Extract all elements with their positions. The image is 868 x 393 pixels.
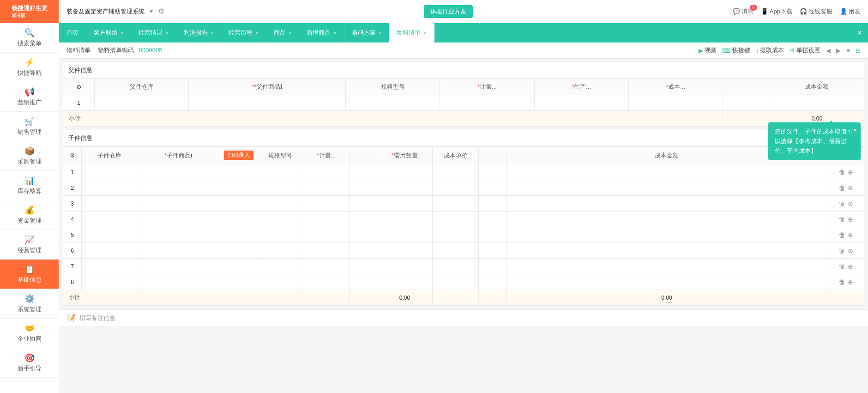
child-row-5-product[interactable] <box>137 227 220 243</box>
nav-right-icon[interactable]: ▶ <box>836 47 841 54</box>
tab-history-close-icon[interactable]: × <box>255 30 258 36</box>
tab-operations-close-icon[interactable]: × <box>165 30 168 36</box>
tab-bom[interactable]: 物料清单 × <box>389 23 434 42</box>
sidebar-item-marketing[interactable]: 📢 营销推广 <box>0 82 59 112</box>
experience-button[interactable]: 体验行业方案 <box>424 5 473 18</box>
copy-icon[interactable]: ⊕ <box>848 184 853 192</box>
sidebar-item-finance[interactable]: 💰 资金管理 <box>0 200 59 230</box>
video-action[interactable]: ▶ 视频 <box>699 46 717 54</box>
delete-icon[interactable]: 🗑 <box>838 231 845 239</box>
child-row-3-unit-cost[interactable] <box>433 196 479 212</box>
tab-customer[interactable]: 客户联络 × <box>86 23 131 42</box>
child-row-5-warehouse[interactable] <box>82 227 137 243</box>
delete-icon[interactable]: 🗑 <box>838 263 845 270</box>
parent-row-1-production[interactable] <box>534 95 628 111</box>
child-row-4-unit[interactable] <box>303 212 350 227</box>
message-button[interactable]: 💬 消息 6 <box>733 7 753 16</box>
child-row-1-unit-cost[interactable] <box>433 164 479 180</box>
child-row-2-qty[interactable] <box>377 180 433 196</box>
delete-icon[interactable]: 🗑 <box>838 169 845 176</box>
child-row-3-warehouse[interactable] <box>82 196 137 212</box>
tab-history[interactable]: 经营历程 × <box>221 23 266 42</box>
child-row-7-qty[interactable] <box>377 259 433 274</box>
child-row-4-spec[interactable] <box>257 212 303 227</box>
app-download-button[interactable]: 📱 App下载 <box>761 7 792 16</box>
tab-new-products[interactable]: 新增商品 × <box>299 23 344 42</box>
child-row-8-unit-cost[interactable] <box>433 274 479 290</box>
tab-operations[interactable]: 经营情况 × <box>131 23 176 42</box>
child-row-4-qty[interactable] <box>377 212 433 227</box>
dropdown-arrow-icon[interactable]: ▼ <box>148 8 154 15</box>
child-row-5-unit[interactable] <box>303 227 350 243</box>
parent-row-1-product[interactable] <box>189 95 346 111</box>
child-row-2-warehouse[interactable] <box>82 180 137 196</box>
child-row-1-warehouse[interactable] <box>82 164 137 180</box>
user-button[interactable]: 👤 用友 <box>840 7 861 16</box>
child-row-7-product[interactable] <box>137 259 220 274</box>
tab-bom-close-icon[interactable]: × <box>423 30 426 36</box>
child-row-2-product[interactable] <box>137 180 220 196</box>
child-row-6-unit[interactable] <box>303 243 350 259</box>
sidebar-item-inventory[interactable]: 📊 库存核算 <box>0 171 59 200</box>
delete-icon[interactable]: 🗑 <box>838 216 845 223</box>
delete-icon[interactable]: 🗑 <box>838 184 845 192</box>
child-row-2-unit-cost[interactable] <box>433 180 479 196</box>
copy-icon[interactable]: ⊕ <box>848 263 853 270</box>
notes-label[interactable]: 填写备注信息 <box>79 314 115 322</box>
tab-barcode-close-icon[interactable]: × <box>379 30 381 36</box>
child-row-6-warehouse[interactable] <box>82 243 137 259</box>
child-row-4-product[interactable] <box>137 212 220 227</box>
copy-icon[interactable]: ⊕ <box>848 200 853 207</box>
child-row-8-unit[interactable] <box>303 274 350 290</box>
list-view-icon[interactable]: ≡ <box>846 47 850 54</box>
grid-view-icon[interactable]: ⊞ <box>856 47 861 54</box>
copy-icon[interactable]: ⊕ <box>848 231 853 239</box>
sidebar-item-basic-info[interactable]: 📋 基础信息 <box>0 260 59 289</box>
child-row-6-unit-cost[interactable] <box>433 243 479 259</box>
settings-icon[interactable]: ⚙ <box>158 7 164 16</box>
copy-icon[interactable]: ⊕ <box>848 247 853 254</box>
child-row-8-product[interactable] <box>137 274 220 290</box>
child-row-5-qty[interactable] <box>377 227 433 243</box>
sidebar-item-guide[interactable]: 🎯 新手引导 <box>0 348 59 378</box>
sidebar-item-search[interactable]: 🔍 搜索菜单 <box>0 23 59 53</box>
copy-icon[interactable]: ⊕ <box>848 216 853 223</box>
child-row-1-unit[interactable] <box>303 164 350 180</box>
tab-new-products-close-icon[interactable]: × <box>333 30 336 36</box>
sidebar-item-enterprise[interactable]: 🤝 企业协同 <box>0 319 59 348</box>
shortcut-action[interactable]: ⌨ 快捷键 <box>722 46 750 54</box>
copy-icon[interactable]: ⊕ <box>848 169 853 176</box>
scan-input-button[interactable]: 扫码录入 <box>224 151 253 160</box>
child-col-settings[interactable]: ⚙ <box>63 147 82 164</box>
child-row-3-unit[interactable] <box>303 196 350 212</box>
single-settings-action[interactable]: ⚙ 单据设置 <box>790 46 820 54</box>
child-row-3-spec[interactable] <box>257 196 303 212</box>
parent-row-1-cost[interactable] <box>628 95 723 111</box>
child-row-5-unit-cost[interactable] <box>433 227 479 243</box>
child-row-3-product[interactable] <box>137 196 220 212</box>
parent-row-1-warehouse[interactable] <box>95 95 189 111</box>
child-row-5-spec[interactable] <box>257 227 303 243</box>
child-row-6-qty[interactable] <box>377 243 433 259</box>
sidebar-item-sales[interactable]: 🛒 销售管理 <box>0 112 59 141</box>
child-row-8-spec[interactable] <box>257 274 303 290</box>
child-row-6-product[interactable] <box>137 243 220 259</box>
child-row-7-warehouse[interactable] <box>82 259 137 274</box>
sidebar-item-operations[interactable]: 📈 经营管理 <box>0 230 59 260</box>
child-row-6-spec[interactable] <box>257 243 303 259</box>
child-row-4-unit-cost[interactable] <box>433 212 479 227</box>
child-row-1-product[interactable] <box>137 164 220 180</box>
close-all-tabs-icon[interactable]: ✕ <box>851 29 868 36</box>
tab-home[interactable]: 首页 <box>59 23 86 42</box>
child-row-7-unit-cost[interactable] <box>433 259 479 274</box>
child-row-3-qty[interactable] <box>377 196 433 212</box>
child-row-7-spec[interactable] <box>257 259 303 274</box>
delete-icon[interactable]: 🗑 <box>838 278 845 286</box>
delete-icon[interactable]: 🗑 <box>838 200 845 207</box>
nav-left-icon[interactable]: ◀ <box>826 47 831 54</box>
tooltip-close-icon[interactable]: × <box>853 125 857 135</box>
child-row-4-warehouse[interactable] <box>82 212 137 227</box>
child-row-7-unit[interactable] <box>303 259 350 274</box>
extract-cost-action[interactable]: ↑ 提取成本 <box>756 46 784 54</box>
child-row-2-unit[interactable] <box>303 180 350 196</box>
